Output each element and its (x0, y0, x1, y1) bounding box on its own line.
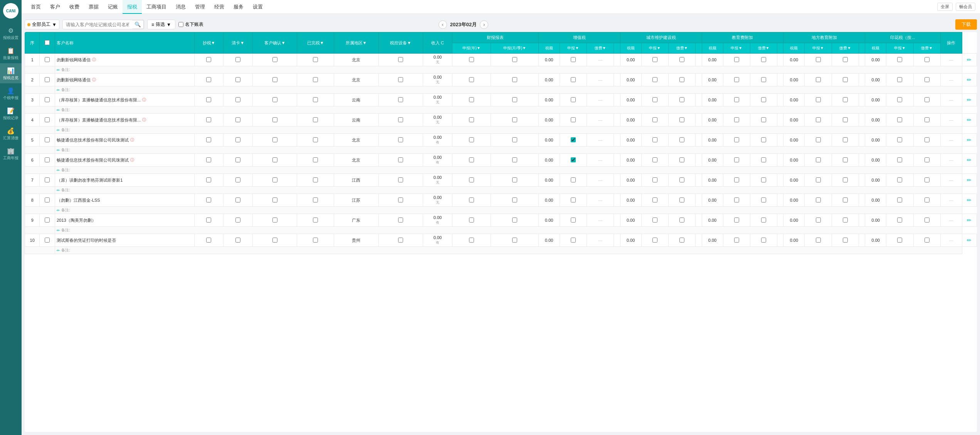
edu-checkbox[interactable] (761, 77, 766, 82)
stamp-checkbox-cell[interactable] (913, 194, 940, 207)
edu-checkbox-cell[interactable] (750, 54, 777, 66)
stamp-checkbox-cell[interactable] (913, 94, 940, 106)
status-checkbox[interactable] (206, 177, 211, 182)
local-edu-checkbox-cell[interactable] (832, 214, 859, 227)
stamp-checkbox[interactable] (897, 218, 902, 223)
stamp-checkbox[interactable] (925, 97, 930, 102)
status-checkbox-cell[interactable] (297, 154, 334, 167)
local-edu-checkbox-cell[interactable] (859, 234, 865, 247)
local-edu-checkbox-cell[interactable] (832, 114, 859, 126)
note-edit-icon[interactable]: ✏ (57, 148, 60, 152)
local-edu-checkbox-cell[interactable] (805, 234, 832, 247)
row-checkbox-cell[interactable] (40, 114, 55, 126)
financial-report-checkbox[interactable] (469, 218, 474, 223)
member-button[interactable]: 畅会员 (956, 3, 975, 11)
status-checkbox-cell[interactable] (194, 234, 224, 247)
status-checkbox[interactable] (206, 57, 211, 62)
vat-checkbox-cell[interactable] (560, 234, 587, 247)
note-edit-icon[interactable]: ✏ (57, 128, 60, 132)
stamp-checkbox-cell[interactable] (886, 154, 913, 167)
status-checkbox[interactable] (235, 157, 240, 162)
stamp-checkbox-cell[interactable] (886, 94, 913, 106)
vat-checkbox[interactable] (571, 117, 576, 122)
tax-device-checkbox[interactable] (398, 57, 403, 62)
city-checkbox-cell[interactable] (641, 214, 668, 227)
tax-device-checkbox[interactable] (398, 177, 403, 182)
city-checkbox-cell[interactable] (696, 194, 702, 207)
vat-checkbox[interactable] (571, 57, 576, 62)
next-month-button[interactable]: › (480, 20, 488, 29)
city-checkbox[interactable] (679, 197, 684, 202)
edu-checkbox[interactable] (734, 77, 739, 82)
stamp-checkbox-cell[interactable] (886, 234, 913, 247)
financial-report-cell[interactable] (491, 74, 539, 86)
status-checkbox[interactable] (206, 197, 211, 202)
city-checkbox[interactable] (652, 218, 657, 223)
note-edit-icon[interactable]: ✏ (57, 228, 60, 233)
local-edu-checkbox-cell[interactable] (859, 114, 865, 126)
financial-report-cell[interactable] (452, 174, 491, 187)
status-checkbox-cell[interactable] (224, 94, 253, 106)
local-edu-checkbox-cell[interactable] (859, 54, 865, 66)
city-checkbox-cell[interactable] (641, 174, 668, 187)
edit-button[interactable]: ✏ (967, 77, 972, 83)
local-edu-checkbox-cell[interactable] (832, 94, 859, 106)
financial-report-cell[interactable] (491, 194, 539, 207)
stamp-checkbox[interactable] (925, 137, 930, 142)
edu-checkbox-cell[interactable] (750, 74, 777, 86)
stamp-checkbox-cell[interactable] (886, 114, 913, 126)
edu-checkbox-cell[interactable] (723, 54, 750, 66)
tax-device-cell[interactable] (378, 194, 423, 207)
financial-report-checkbox[interactable] (512, 97, 517, 102)
city-checkbox[interactable] (679, 77, 684, 82)
edit-button[interactable]: ✏ (967, 97, 972, 103)
edu-checkbox[interactable] (734, 137, 739, 142)
action-cell[interactable]: ✏ (962, 94, 977, 106)
edit-button[interactable]: ✏ (967, 157, 972, 163)
city-checkbox-cell[interactable] (668, 134, 695, 147)
row-checkbox[interactable] (45, 57, 50, 62)
edu-checkbox-cell[interactable] (723, 94, 750, 106)
status-checkbox[interactable] (272, 238, 277, 243)
edu-checkbox-cell[interactable] (750, 174, 777, 187)
status-checkbox-cell[interactable] (194, 74, 224, 86)
city-checkbox[interactable] (679, 238, 684, 243)
vat-checkbox-cell[interactable]: — (587, 234, 614, 247)
action-cell[interactable]: ✏ (962, 134, 977, 147)
tax-device-checkbox[interactable] (398, 238, 403, 243)
edu-checkbox[interactable] (734, 238, 739, 243)
financial-report-checkbox[interactable] (512, 238, 517, 243)
stamp-checkbox[interactable] (925, 157, 930, 162)
local-edu-checkbox[interactable] (816, 157, 821, 162)
row-checkbox[interactable] (45, 177, 50, 182)
status-checkbox-cell[interactable] (194, 154, 224, 167)
city-checkbox-cell[interactable] (668, 194, 695, 207)
status-checkbox-cell[interactable] (224, 174, 253, 187)
nav-home[interactable]: 首页 (26, 0, 45, 14)
status-checkbox-cell[interactable] (224, 54, 253, 66)
stamp-checkbox-cell[interactable] (886, 214, 913, 227)
status-checkbox-cell[interactable] (194, 174, 224, 187)
financial-report-checkbox[interactable] (469, 97, 474, 102)
financial-report-checkbox[interactable] (469, 117, 474, 122)
edu-checkbox-cell[interactable] (723, 194, 750, 207)
tax-device-checkbox[interactable] (398, 77, 403, 82)
row-checkbox-cell[interactable] (40, 214, 55, 227)
financial-report-cell[interactable] (491, 174, 539, 187)
vat-checkbox-cell[interactable]: — (587, 174, 614, 187)
city-checkbox-cell[interactable] (668, 54, 695, 66)
status-checkbox[interactable] (313, 197, 318, 202)
edu-checkbox-cell[interactable] (750, 194, 777, 207)
status-checkbox[interactable] (313, 77, 318, 82)
row-checkbox-cell[interactable] (40, 74, 55, 86)
row-checkbox-cell[interactable] (40, 154, 55, 167)
download-button[interactable]: 下载 (955, 19, 977, 30)
status-checkbox[interactable] (272, 97, 277, 102)
status-checkbox-cell[interactable] (224, 114, 253, 126)
status-checkbox-cell[interactable] (224, 134, 253, 147)
status-checkbox[interactable] (272, 197, 277, 202)
stamp-checkbox[interactable] (925, 218, 930, 223)
financial-report-checkbox[interactable] (512, 157, 517, 162)
vat-checkbox-cell[interactable] (560, 214, 587, 227)
vat-checkbox-cell[interactable]: — (587, 134, 614, 147)
